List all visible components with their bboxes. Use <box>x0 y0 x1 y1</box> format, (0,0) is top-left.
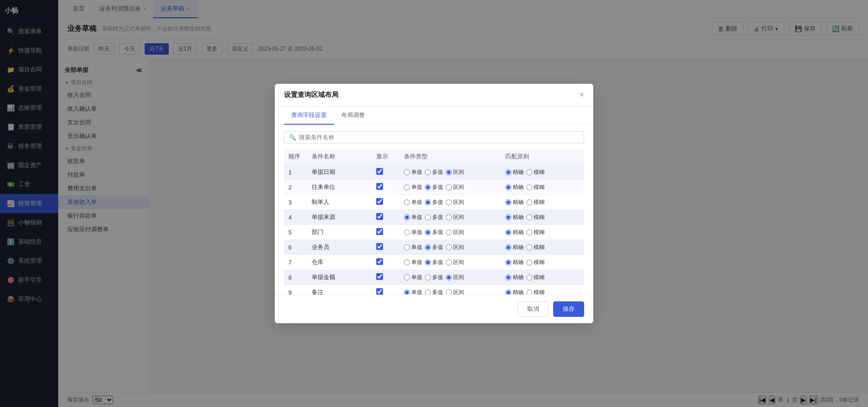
match-radio[interactable] <box>526 290 532 295</box>
show-checkbox[interactable] <box>376 198 383 205</box>
type-radio[interactable] <box>425 275 431 280</box>
search-input[interactable] <box>299 134 579 141</box>
type-option-label[interactable]: 多值 <box>425 289 443 295</box>
type-radio[interactable] <box>404 199 410 205</box>
type-option-label[interactable]: 多值 <box>425 244 443 251</box>
match-option-label[interactable]: 模糊 <box>526 244 545 251</box>
type-option-label[interactable]: 多值 <box>425 229 443 236</box>
type-option-label[interactable]: 区间 <box>446 244 464 251</box>
type-radio[interactable] <box>446 199 452 205</box>
type-radio[interactable] <box>404 214 410 220</box>
settings-table-scroll[interactable]: 顺序 条件名称 显示 条件类型 匹配原则 1单据日期单值多值区间精确模糊2往来单… <box>284 149 584 295</box>
type-radio[interactable] <box>425 229 431 235</box>
type-option-label[interactable]: 单值 <box>404 244 422 251</box>
type-option-label[interactable]: 多值 <box>425 198 443 206</box>
type-radio[interactable] <box>404 169 410 175</box>
type-option-label[interactable]: 单值 <box>404 229 422 236</box>
match-radio[interactable] <box>526 275 532 280</box>
type-option-label[interactable]: 区间 <box>446 168 464 176</box>
match-radio[interactable] <box>526 199 532 205</box>
match-option-label[interactable]: 精确 <box>505 289 524 295</box>
show-checkbox[interactable] <box>376 243 383 250</box>
show-checkbox[interactable] <box>376 213 383 220</box>
type-radio[interactable] <box>425 290 431 295</box>
type-radio[interactable] <box>446 290 452 295</box>
show-checkbox[interactable] <box>376 183 383 190</box>
match-radio[interactable] <box>526 169 532 175</box>
type-radio[interactable] <box>404 229 410 235</box>
type-option-label[interactable]: 区间 <box>446 274 464 281</box>
match-option-label[interactable]: 精确 <box>505 274 524 281</box>
type-option-label[interactable]: 单值 <box>404 289 422 295</box>
type-radio[interactable] <box>446 244 452 250</box>
type-option-label[interactable]: 单值 <box>404 183 422 191</box>
type-radio[interactable] <box>446 184 452 190</box>
type-option-label[interactable]: 单值 <box>404 168 422 176</box>
match-option-label[interactable]: 模糊 <box>526 168 545 176</box>
match-option-label[interactable]: 精确 <box>505 183 524 191</box>
modal-tab-layout[interactable]: 布局调整 <box>334 107 372 125</box>
type-radio[interactable] <box>425 259 431 265</box>
match-radio[interactable] <box>505 259 511 265</box>
match-option-label[interactable]: 模糊 <box>526 214 545 221</box>
match-radio[interactable] <box>526 259 532 265</box>
type-radio[interactable] <box>425 214 431 220</box>
match-radio[interactable] <box>526 184 532 190</box>
match-option-label[interactable]: 精确 <box>505 214 524 221</box>
type-radio[interactable] <box>404 184 410 190</box>
type-radio[interactable] <box>446 229 452 235</box>
type-radio[interactable] <box>446 259 452 265</box>
type-radio[interactable] <box>425 199 431 205</box>
type-radio[interactable] <box>404 290 410 295</box>
type-radio[interactable] <box>425 244 431 250</box>
type-option-label[interactable]: 单值 <box>404 274 422 281</box>
type-radio[interactable] <box>446 275 452 280</box>
type-option-label[interactable]: 区间 <box>446 183 464 191</box>
show-checkbox[interactable] <box>376 228 383 235</box>
match-radio[interactable] <box>526 229 532 235</box>
type-option-label[interactable]: 多值 <box>425 259 443 266</box>
type-option-label[interactable]: 单值 <box>404 259 422 266</box>
type-radio[interactable] <box>446 214 452 220</box>
match-radio[interactable] <box>505 229 511 235</box>
modal-save-button[interactable]: 保存 <box>553 301 584 317</box>
type-radio[interactable] <box>404 275 410 280</box>
modal-overlay[interactable]: 设置查询区域布局 × 查询字段设置 布局调整 🔍 顺序 条件名称 <box>0 0 868 407</box>
type-option-label[interactable]: 单值 <box>404 198 422 206</box>
match-option-label[interactable]: 精确 <box>505 168 524 176</box>
match-option-label[interactable]: 模糊 <box>526 198 545 206</box>
match-radio[interactable] <box>505 184 511 190</box>
type-option-label[interactable]: 多值 <box>425 274 443 281</box>
match-option-label[interactable]: 精确 <box>505 259 524 266</box>
match-radio[interactable] <box>505 169 511 175</box>
match-radio[interactable] <box>505 290 511 295</box>
type-option-label[interactable]: 区间 <box>446 214 464 221</box>
type-option-label[interactable]: 多值 <box>425 183 443 191</box>
type-radio[interactable] <box>404 244 410 250</box>
match-radio[interactable] <box>505 214 511 220</box>
match-radio[interactable] <box>505 244 511 250</box>
type-radio[interactable] <box>404 259 410 265</box>
match-radio[interactable] <box>526 244 532 250</box>
match-option-label[interactable]: 模糊 <box>526 289 545 295</box>
type-option-label[interactable]: 单值 <box>404 214 422 221</box>
match-option-label[interactable]: 精确 <box>505 198 524 206</box>
type-option-label[interactable]: 区间 <box>446 289 464 295</box>
modal-close-button[interactable]: × <box>579 90 584 100</box>
type-option-label[interactable]: 区间 <box>446 198 464 206</box>
match-radio[interactable] <box>526 214 532 220</box>
type-radio[interactable] <box>446 169 452 175</box>
match-option-label[interactable]: 模糊 <box>526 229 545 236</box>
match-option-label[interactable]: 模糊 <box>526 259 545 266</box>
type-option-label[interactable]: 多值 <box>425 168 443 176</box>
show-checkbox[interactable] <box>376 288 383 295</box>
match-radio[interactable] <box>505 275 511 280</box>
match-radio[interactable] <box>505 199 511 205</box>
show-checkbox[interactable] <box>376 273 383 280</box>
show-checkbox[interactable] <box>376 168 383 175</box>
type-radio[interactable] <box>425 169 431 175</box>
type-option-label[interactable]: 多值 <box>425 214 443 221</box>
type-option-label[interactable]: 区间 <box>446 229 464 236</box>
match-option-label[interactable]: 模糊 <box>526 274 545 281</box>
match-option-label[interactable]: 精确 <box>505 229 524 236</box>
